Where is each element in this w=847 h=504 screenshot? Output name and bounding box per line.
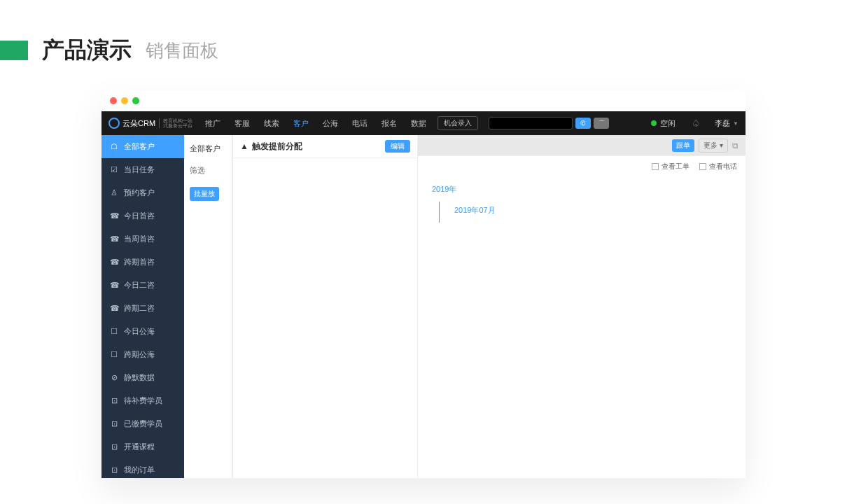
sidebar-item-label: 今日首咨 bbox=[124, 211, 155, 221]
sidebar-item-跨期二咨[interactable]: ☎跨期二咨 bbox=[102, 297, 184, 320]
sidebar-icon: ☎ bbox=[110, 211, 118, 220]
phone-icon: ✆ bbox=[580, 120, 586, 127]
sidebar-item-label: 预约客户 bbox=[124, 188, 155, 198]
chevron-down-icon[interactable]: ▼ bbox=[733, 120, 738, 127]
sidebar-item-当周首咨[interactable]: ☎当周首咨 bbox=[102, 227, 184, 251]
sidebar-item-静默数据[interactable]: ⊘静默数据 bbox=[102, 366, 184, 389]
sidebar-item-label: 当日任务 bbox=[124, 164, 155, 175]
sidebar-icon: ☎ bbox=[110, 258, 118, 267]
top-nav: 推广客服线索客户公海电话报名数据 bbox=[200, 115, 432, 132]
logo-text: 云朵CRM bbox=[122, 118, 155, 129]
status-dot-icon bbox=[651, 120, 657, 126]
detail-title: 触发提前分配 bbox=[252, 141, 302, 153]
sidebar-icon: ♙ bbox=[110, 188, 118, 197]
nav-item-公海[interactable]: 公海 bbox=[317, 115, 344, 132]
window-titlebar bbox=[102, 90, 746, 111]
sidebar-item-label: 今日公海 bbox=[124, 326, 155, 337]
page-subtitle: 销售面板 bbox=[146, 38, 218, 63]
sidebar-item-我的订单[interactable]: ⊡我的订单 bbox=[102, 458, 184, 478]
view-ticket-checkbox[interactable]: 查看工单 bbox=[652, 162, 690, 172]
sidebar-item-label: 全部客户 bbox=[124, 141, 155, 152]
sidebar-item-预约客户[interactable]: ♙预约客户 bbox=[102, 181, 184, 204]
sidebar-item-开通课程[interactable]: ⊡开通课程 bbox=[102, 435, 184, 458]
sidebar-item-label: 静默数据 bbox=[124, 372, 155, 383]
sidebar-item-label: 今日二咨 bbox=[124, 280, 155, 290]
nav-item-线索[interactable]: 线索 bbox=[258, 115, 285, 132]
timeline-month: 2019年07月 bbox=[435, 202, 732, 223]
sidebar-icon: ⊡ bbox=[110, 442, 118, 451]
sidebar-icon: ☎ bbox=[110, 234, 118, 244]
sidebar-icon: ☐ bbox=[110, 350, 118, 359]
close-icon[interactable] bbox=[110, 97, 117, 104]
nav-item-数据[interactable]: 数据 bbox=[405, 115, 432, 132]
sidebar-item-label: 跨期首咨 bbox=[124, 257, 155, 267]
nav-item-电话[interactable]: 电话 bbox=[346, 115, 373, 132]
view-phone-checkbox[interactable]: 查看电话 bbox=[699, 162, 737, 172]
logo: 云朵CRM 教育机构一站 式服务云平台 bbox=[108, 118, 192, 129]
opportunity-button[interactable]: 机会录入 bbox=[438, 116, 478, 130]
sidebar-icon: ⊡ bbox=[110, 419, 118, 428]
sidebar-icon: ☖ bbox=[110, 142, 118, 151]
activity-timeline: 2019年 2019年07月 bbox=[418, 177, 746, 226]
more-button[interactable]: 更多 ▾ bbox=[699, 139, 728, 153]
copy-icon[interactable]: ⧉ bbox=[732, 141, 738, 150]
nav-item-客户[interactable]: 客户 bbox=[288, 115, 314, 132]
logo-icon bbox=[108, 118, 120, 129]
nav-item-推广[interactable]: 推广 bbox=[200, 115, 226, 132]
sidebar-item-label: 跨期公海 bbox=[124, 349, 155, 360]
follow-badge[interactable]: 跟单 bbox=[672, 139, 694, 152]
edit-button[interactable]: 编辑 bbox=[385, 140, 410, 153]
sidebar-icon: ⊡ bbox=[110, 396, 118, 405]
nav-item-客服[interactable]: 客服 bbox=[229, 115, 255, 132]
minimize-icon[interactable] bbox=[121, 97, 128, 104]
list-header: 全部客户 bbox=[184, 135, 232, 160]
sidebar-item-今日二咨[interactable]: ☎今日二咨 bbox=[102, 274, 184, 297]
sidebar-item-label: 已缴费学员 bbox=[124, 419, 162, 429]
customer-detail-panel: ▲ 触发提前分配 编辑 bbox=[233, 135, 418, 478]
accent-block bbox=[0, 41, 28, 60]
page-title: 产品演示 bbox=[42, 35, 132, 66]
app-window: 云朵CRM 教育机构一站 式服务云平台 推广客服线索客户公海电话报名数据 机会录… bbox=[102, 90, 746, 478]
sidebar-item-label: 当周首咨 bbox=[124, 234, 155, 244]
search-input[interactable] bbox=[489, 117, 573, 130]
hangup-button[interactable]: ⌒ bbox=[594, 118, 609, 129]
sidebar-item-label: 待补费学员 bbox=[124, 396, 162, 406]
sidebar-item-label: 跨期二咨 bbox=[124, 303, 155, 314]
sidebar-icon: ☎ bbox=[110, 281, 118, 290]
sidebar: ☖全部客户☑当日任务♙预约客户☎今日首咨☎当周首咨☎跨期首咨☎今日二咨☎跨期二咨… bbox=[102, 135, 184, 478]
sidebar-icon: ☎ bbox=[110, 304, 118, 313]
sidebar-item-待补费学员[interactable]: ⊡待补费学员 bbox=[102, 389, 184, 412]
activity-panel: 跟单 更多 ▾ ⧉ 查看工单 查看电话 2019年 2019年07月 bbox=[418, 135, 746, 478]
sidebar-icon: ☐ bbox=[110, 327, 118, 336]
sidebar-item-今日公海[interactable]: ☐今日公海 bbox=[102, 320, 184, 343]
user-icon: ▲ bbox=[240, 141, 248, 151]
sidebar-item-当日任务[interactable]: ☑当日任务 bbox=[102, 158, 184, 181]
sidebar-item-跨期公海[interactable]: ☐跨期公海 bbox=[102, 343, 184, 366]
sidebar-item-已缴费学员[interactable]: ⊡已缴费学员 bbox=[102, 412, 184, 435]
status-text: 空闲 bbox=[660, 118, 676, 129]
slide-header: 产品演示 销售面板 bbox=[0, 0, 847, 90]
nav-item-报名[interactable]: 报名 bbox=[376, 115, 402, 132]
zoom-icon[interactable] bbox=[132, 97, 139, 104]
sidebar-icon: ☑ bbox=[110, 165, 118, 174]
filter-label: 筛选 bbox=[184, 160, 232, 181]
logo-subtitle: 教育机构一站 式服务云平台 bbox=[159, 118, 192, 128]
batch-button[interactable]: 批量放 bbox=[190, 187, 219, 201]
customer-list: 全部客户 筛选 批量放 bbox=[184, 135, 233, 478]
current-user[interactable]: 李磊 bbox=[715, 118, 730, 129]
hangup-icon: ⌒ bbox=[598, 119, 605, 128]
bell-icon[interactable]: ♤ bbox=[692, 118, 701, 129]
timeline-year: 2019年 bbox=[432, 181, 732, 202]
sidebar-icon: ⊡ bbox=[110, 465, 118, 475]
top-bar: 云朵CRM 教育机构一站 式服务云平台 推广客服线索客户公海电话报名数据 机会录… bbox=[102, 111, 746, 135]
sidebar-item-跨期首咨[interactable]: ☎跨期首咨 bbox=[102, 251, 184, 274]
sidebar-icon: ⊘ bbox=[110, 373, 118, 382]
sidebar-item-全部客户[interactable]: ☖全部客户 bbox=[102, 135, 184, 158]
phone-button[interactable]: ✆ bbox=[575, 118, 591, 129]
sidebar-item-今日首咨[interactable]: ☎今日首咨 bbox=[102, 204, 184, 227]
sidebar-item-label: 我的订单 bbox=[124, 465, 155, 475]
sidebar-item-label: 开通课程 bbox=[124, 442, 155, 452]
